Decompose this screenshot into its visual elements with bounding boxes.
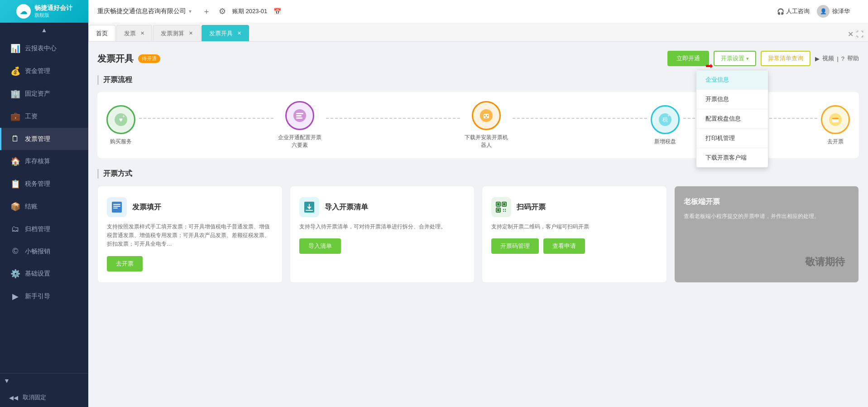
flow-connector-1 bbox=[135, 118, 277, 132]
sidebar-bottom: ▼ ◀◀ 取消固定 bbox=[0, 373, 88, 407]
step-taxdisk-label: 新增税盘 bbox=[654, 138, 676, 145]
method-scan-desc: 支持定制开票二维码，客户端可扫码开票 bbox=[491, 223, 657, 231]
flow-step-config: 企业开通配置开票六要素 bbox=[277, 101, 322, 149]
sidebar-unpin[interactable]: ◀◀ 取消固定 bbox=[0, 388, 88, 407]
content-area: 首页 发票 ✕ 发票测算 ✕ 发票开具 ✕ ✕ ⛶ bbox=[88, 23, 868, 407]
method-manual-btn[interactable]: 去开票 bbox=[107, 256, 143, 271]
svg-rect-31 bbox=[505, 209, 506, 210]
play-icon: ▶ bbox=[815, 55, 820, 62]
sidebar-item-report[interactable]: © 小畅报销 bbox=[0, 240, 88, 262]
svg-rect-27 bbox=[497, 203, 499, 205]
sidebar-item-tax[interactable]: 📋 税务管理 bbox=[0, 173, 88, 195]
dropdown-item-printer[interactable]: 打印机管理 bbox=[696, 129, 768, 148]
sidebar-label-settings: 基础设置 bbox=[25, 270, 50, 278]
unpin-label: 取消固定 bbox=[23, 393, 46, 402]
period-label: 账期 2023-01 bbox=[232, 7, 267, 15]
flow-connector-3 bbox=[509, 118, 651, 132]
method-manual-title: 发票填开 bbox=[132, 203, 161, 212]
step-robot-icon bbox=[472, 101, 501, 130]
page-title-area: 发票开具 待开通 bbox=[97, 53, 160, 65]
dropdown-item-tax-config[interactable]: 配置税盘信息 bbox=[696, 109, 768, 129]
tabs-right-controls: ✕ ⛶ bbox=[848, 30, 863, 39]
app-edition: 旗舰版 bbox=[34, 12, 72, 19]
video-label[interactable]: 视频 bbox=[822, 54, 834, 63]
method-scan-btn2[interactable]: 查看申请 bbox=[543, 238, 585, 254]
method-scan-title: 扫码开票 bbox=[517, 203, 546, 212]
method-import-desc: 支持导入待开票清单，可对待开票清单进行拆分、合并处理。 bbox=[299, 223, 465, 231]
svg-rect-30 bbox=[503, 209, 504, 210]
page-content: 发票开具 待开通 立即开通 开票设置 ▾ 异常清单查询 ▶ 视频 | ? bbox=[88, 42, 868, 407]
method-import-btn[interactable]: 导入清单 bbox=[299, 238, 341, 254]
sidebar-item-payroll[interactable]: 💼 工资 bbox=[0, 105, 88, 128]
status-badge: 待开通 bbox=[138, 54, 160, 63]
method-scan-icon bbox=[491, 197, 511, 217]
method-scan-btn1[interactable]: 开票码管理 bbox=[491, 238, 539, 254]
activate-button[interactable]: 立即开通 bbox=[667, 51, 709, 66]
sidebar-item-settings[interactable]: ⚙️ 基础设置 bbox=[0, 262, 88, 285]
tab-home[interactable]: 首页 bbox=[88, 25, 115, 41]
tax-config-label: 配置税盘信息 bbox=[705, 115, 741, 122]
sidebar-item-invoice[interactable]: 🗒 发票管理 bbox=[0, 128, 88, 150]
close-tab-button[interactable]: ✕ bbox=[848, 30, 854, 39]
svg-rect-28 bbox=[503, 203, 505, 205]
sidebar-item-cloud-report[interactable]: 📊 云报表中心 bbox=[0, 37, 88, 60]
method-import-icon bbox=[299, 197, 319, 217]
sidebar-item-archive[interactable]: 🗂 归档管理 bbox=[0, 218, 88, 240]
svg-text:+: + bbox=[667, 113, 670, 118]
sidebar-label-archive: 归档管理 bbox=[25, 225, 50, 233]
settings-button[interactable]: 开票设置 ▾ bbox=[714, 51, 756, 66]
flow-connector-2 bbox=[322, 118, 464, 132]
abnormal-button[interactable]: 异常清单查询 bbox=[761, 51, 810, 66]
user-name: 徐泽华 bbox=[832, 7, 850, 15]
sidebar-item-fund[interactable]: 💰 资金管理 bbox=[0, 60, 88, 82]
tab-invoice-close[interactable]: ✕ bbox=[140, 30, 144, 36]
settings-button[interactable]: ⚙ bbox=[217, 5, 228, 18]
tab-invoice-calc[interactable]: 发票测算 ✕ bbox=[153, 25, 201, 41]
page-title: 发票开具 bbox=[97, 53, 134, 65]
help-label[interactable]: 帮助 bbox=[847, 54, 859, 63]
fund-icon: 💰 bbox=[10, 66, 20, 76]
sidebar-scroll-up[interactable]: ▲ bbox=[0, 23, 88, 37]
company-info-label: 企业信息 bbox=[705, 76, 729, 83]
guide-icon: ▶ bbox=[10, 291, 20, 301]
method-scan-header: 扫码开票 bbox=[491, 197, 657, 217]
methods-section: 开票方式 发票填开 支持按照发票样式手工填开发票；可开具增值税电子普通发票、增值… bbox=[97, 169, 859, 283]
tab-invoice-list[interactable]: 发票 ✕ bbox=[116, 25, 152, 41]
expand-tab-button[interactable]: ⛶ bbox=[856, 30, 863, 39]
dropdown-item-download-client[interactable]: 下载开票客户端 bbox=[696, 148, 768, 167]
tab-invoice-label: 发票 bbox=[124, 29, 136, 38]
svg-rect-11 bbox=[485, 117, 487, 118]
dropdown-item-company-info[interactable]: 企业信息 bbox=[696, 70, 768, 90]
logo-text-block: 畅捷通好会计 旗舰版 bbox=[34, 4, 72, 19]
flow-step-buy: ♥+ 购买服务 bbox=[106, 105, 135, 145]
invoice-icon: 🗒 bbox=[10, 134, 20, 144]
step-go-icon bbox=[821, 105, 850, 134]
sidebar-scroll-down[interactable]: ▼ bbox=[0, 373, 14, 388]
top-actions: ＋ ⚙ 账期 2023-01 📅 bbox=[201, 4, 281, 19]
user-area[interactable]: 👤 徐泽华 bbox=[817, 5, 850, 18]
tab-invoice-tool[interactable]: 发票开具 ✕ bbox=[201, 25, 249, 41]
svg-rect-6 bbox=[296, 117, 302, 119]
dropdown-item-invoice-info[interactable]: 开票信息 bbox=[696, 90, 768, 109]
consult-button[interactable]: 🎧 人工咨询 bbox=[777, 7, 810, 15]
top-company-area: 重庆畅捷交通信息咨询有限公司 ▾ ＋ ⚙ 账期 2023-01 📅 🎧 人工咨询… bbox=[88, 0, 868, 23]
sidebar-item-guide[interactable]: ▶ 新手引导 bbox=[0, 285, 88, 308]
company-dropdown-icon[interactable]: ▾ bbox=[189, 8, 192, 15]
add-company-button[interactable]: ＋ bbox=[201, 4, 212, 19]
flow-step-robot: 下载并安装开票机器人 bbox=[464, 101, 509, 149]
tab-tool-close[interactable]: ✕ bbox=[237, 30, 241, 36]
sidebar-item-assets[interactable]: 🏢 固定资产 bbox=[0, 82, 88, 105]
calendar-icon[interactable]: 📅 bbox=[273, 8, 281, 15]
methods-grid: 发票填开 支持按照发票样式手工填开发票；可开具增值税电子普通发票、增值税普通发票… bbox=[97, 186, 859, 283]
top-right-area: 🎧 人工咨询 👤 徐泽华 bbox=[768, 0, 859, 23]
tab-calc-close[interactable]: ✕ bbox=[189, 30, 193, 36]
tab-home-label: 首页 bbox=[96, 29, 108, 38]
avatar: 👤 bbox=[817, 5, 830, 18]
svg-rect-20 bbox=[113, 206, 120, 207]
method-card-boss: 老板端开票 查看老板端小程序提交的开票申请，并作出相应的处理。 敬请期待 bbox=[674, 186, 859, 283]
method-card-scan: 扫码开票 支持定制开票二维码，客户端可扫码开票 开票码管理 查看申请 bbox=[482, 186, 667, 283]
methods-section-title: 开票方式 bbox=[97, 169, 859, 179]
svg-rect-33 bbox=[505, 211, 506, 212]
sidebar-item-settle[interactable]: 📦 结账 bbox=[0, 195, 88, 218]
sidebar-item-inventory[interactable]: 🏠 库存核算 bbox=[0, 150, 88, 173]
